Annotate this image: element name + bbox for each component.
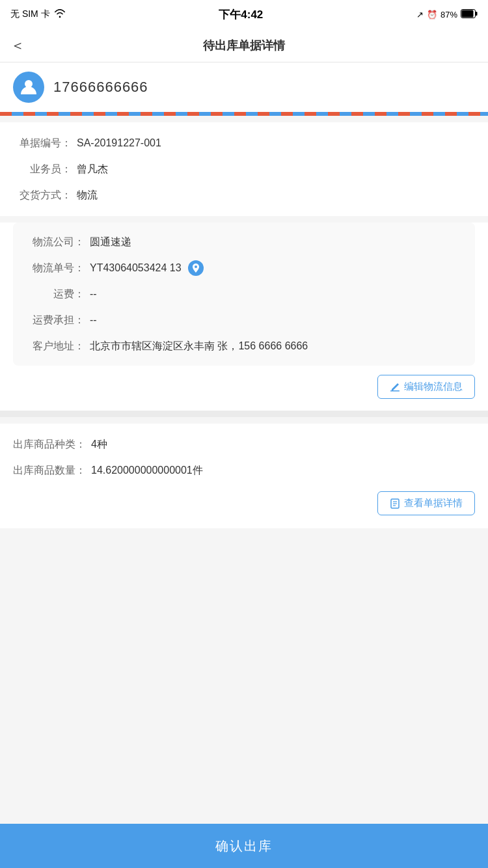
goods-qty-value: 14.620000000000001件 [91,463,475,478]
document-no-label: 单据编号： [13,135,72,151]
battery-icon [461,9,478,20]
page-title: 待出库单据详情 [33,38,455,53]
svg-rect-2 [461,10,473,17]
svg-rect-4 [390,390,400,392]
edit-logistics-label: 编辑物流信息 [404,381,463,393]
gray-separator [0,411,488,417]
bottom-spacer [0,535,488,704]
sales-person-row: 业务员： 曾凡杰 [13,161,475,177]
status-bar: 无 SIM 卡 下午4:42 ↗ ⏰ 87% [0,0,488,29]
user-avatar [13,72,44,103]
alarm-icon: ⏰ [427,10,437,20]
stock-info-section: 出库商品种类： 4种 出库商品数量： 14.620000000000001件 查… [0,424,488,528]
address-row: 客户地址： 北京市市辖区海淀区永丰南 张，156 6666 6666 [26,338,462,354]
freight-label: 运费： [26,286,85,302]
svg-rect-1 [475,12,477,16]
user-header: 17666666666 [0,62,488,112]
freight-value: -- [90,286,462,302]
view-detail-label: 查看单据详情 [404,497,463,509]
document-no-row: 单据编号： SA-20191227-001 [13,135,475,151]
dashed-divider [0,112,488,116]
user-phone: 17666666666 [53,79,148,96]
delivery-method-value: 物流 [77,187,475,203]
document-no-value: SA-20191227-001 [77,135,475,151]
tracking-location-icon[interactable] [188,260,204,276]
tracking-label: 物流单号： [26,260,85,276]
tracking-row: 物流单号： YT43064053424 13 [26,260,462,276]
edit-logistics-button[interactable]: 编辑物流信息 [377,375,475,399]
basic-info-section: 单据编号： SA-20191227-001 业务员： 曾凡杰 交货方式： 物流 [0,122,488,216]
status-left: 无 SIM 卡 [10,8,66,20]
wifi-icon [54,9,66,20]
freight-row: 运费： -- [26,286,462,302]
sales-person-label: 业务员： [13,161,72,177]
view-detail-button[interactable]: 查看单据详情 [377,491,475,515]
logistics-company-value: 圆通速递 [90,234,462,250]
logistics-card: 物流公司： 圆通速递 物流单号： YT43064053424 13 运费： --… [13,223,475,366]
logistics-company-row: 物流公司： 圆通速递 [26,234,462,250]
view-detail-container: 查看单据详情 [13,491,475,515]
delivery-method-row: 交货方式： 物流 [13,187,475,203]
document-icon [390,498,400,509]
address-value: 北京市市辖区海淀区永丰南 张，156 6666 6666 [90,338,462,354]
address-label: 客户地址： [26,338,85,354]
freight-bearer-value: -- [90,312,462,328]
edit-logistics-container: 编辑物流信息 [13,375,475,411]
confirm-label: 确认出库 [215,837,273,855]
freight-bearer-label: 运费承担： [26,312,85,328]
logistics-company-label: 物流公司： [26,234,85,250]
confirm-bar[interactable]: 确认出库 [0,824,488,868]
status-time: 下午4:42 [219,7,263,22]
location-arrow-icon: ↗ [416,10,424,20]
no-sim-text: 无 SIM 卡 [10,8,50,20]
sales-person-value: 曾凡杰 [77,161,475,177]
edit-icon [390,382,400,392]
tracking-value-container: YT43064053424 13 [90,260,462,276]
nav-bar: ＜ 待出库单据详情 [0,29,488,62]
status-right: ↗ ⏰ 87% [416,9,478,20]
logistics-section: 物流公司： 圆通速递 物流单号： YT43064053424 13 运费： --… [0,223,488,411]
freight-bearer-row: 运费承担： -- [26,312,462,328]
goods-type-row: 出库商品种类： 4种 [13,437,475,452]
goods-qty-label: 出库商品数量： [13,463,86,478]
battery-text: 87% [441,10,457,20]
goods-type-label: 出库商品种类： [13,437,86,452]
goods-type-value: 4种 [91,437,475,452]
tracking-number: YT43064053424 13 [90,260,182,276]
goods-qty-row: 出库商品数量： 14.620000000000001件 [13,463,475,478]
back-button[interactable]: ＜ [10,36,25,55]
delivery-method-label: 交货方式： [13,187,72,203]
